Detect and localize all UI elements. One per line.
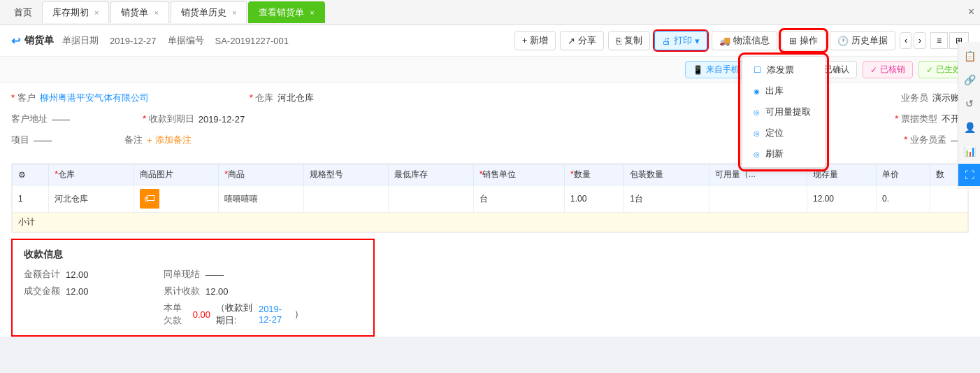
tab-close-icon[interactable]: × — [154, 8, 158, 17]
subtotal-row: 小计 — [13, 213, 968, 232]
cell-pack-qty: 1台 — [624, 185, 709, 213]
payment-date-field: 收款到期日 2019-12-27 — [143, 113, 245, 125]
outbound-label: 出库 — [765, 85, 784, 97]
col-spec: 规格型号 — [303, 164, 388, 185]
tab-close-icon[interactable]: × — [232, 8, 236, 17]
available-qty-item[interactable]: ◎ 可用量提取 — [742, 101, 825, 122]
salesperson-label: 业务员 — [901, 92, 928, 104]
sidebar-icon-user[interactable]: 👤 — [958, 116, 980, 139]
logistics-icon: 🚚 — [719, 36, 730, 46]
new-button[interactable]: + 新增 — [514, 31, 556, 50]
refresh-item[interactable]: ◎ 刷新 — [742, 143, 825, 164]
tab-close-icon[interactable]: × — [310, 8, 314, 17]
col-settings[interactable]: ⚙ — [13, 164, 49, 185]
col-warehouse: *仓库 — [49, 164, 134, 185]
customer-field: 客户 柳州粤港平安气体有限公司 — [11, 92, 149, 104]
sidebar-icon-document[interactable]: 📋 — [958, 45, 980, 67]
sidebar-icon-link[interactable]: 🔗 — [958, 69, 980, 91]
warehouse-label: 仓库 — [250, 92, 274, 104]
tab-bar: 首页 库存期初 × 销货单 × 销货单历史 × 查看销货单 × — [0, 0, 980, 25]
doc-header: ↩ 销货单 单据日期 2019-12-27 单据编号 SA-20191227-0… — [0, 25, 980, 57]
locate-label: 定位 — [765, 127, 784, 139]
copy-button[interactable]: ⎘ 复制 — [608, 31, 650, 50]
payment-info-title: 收款信息 — [24, 248, 362, 261]
doc-title-section: ↩ 销货单 — [11, 34, 54, 48]
customer-value[interactable]: 柳州粤港平安气体有限公司 — [40, 92, 149, 104]
radio-icon: ◎ — [754, 108, 760, 116]
transaction-label: 成交金额 — [24, 285, 60, 297]
payment-date-label: 收款到期日 — [143, 113, 194, 125]
col-price: 单价 — [877, 164, 930, 185]
locate-item[interactable]: ◎ 定位 — [742, 122, 825, 143]
salesperson2-label: 业务员孟 — [904, 134, 946, 146]
locate-icon: ◎ — [754, 129, 760, 137]
next-button[interactable]: › — [914, 32, 926, 49]
table-row: 1 河北仓库 🏷 嘻嘻嘻嘻 台 1.00 1台 12.00 0. — [13, 185, 968, 213]
cell-current-stock: 12.00 — [807, 185, 877, 213]
list-view-button[interactable]: ≡ — [930, 32, 948, 49]
operations-wrapper: ⊞ 操作 ☐ 添发票 ◉ 出库 ◎ 可用量提取 — [781, 31, 826, 50]
col-product-img: 商品图片 — [134, 164, 218, 185]
single-settlement-value: —— — [206, 269, 224, 280]
date-value: 2019-12-27 — [110, 36, 157, 46]
tab-home[interactable]: 首页 — [6, 2, 41, 23]
close-button[interactable]: × — [968, 6, 974, 18]
print-button[interactable]: 🖨 打印 ▾ — [654, 31, 707, 50]
cell-quantity: 1.00 — [564, 185, 624, 213]
logistics-button[interactable]: 🚚 物流信息 — [712, 31, 777, 50]
tab-close-icon[interactable]: × — [94, 8, 99, 17]
cell-product: 嘻嘻嘻嘻 — [219, 185, 303, 213]
cell-price: 0. — [877, 185, 930, 213]
tab-sales-history[interactable]: 销货单历史 × — [171, 1, 247, 23]
sold-icon: ✓ — [870, 65, 877, 75]
operations-button[interactable]: ⊞ 操作 — [781, 31, 826, 50]
tab-view-sales-order[interactable]: 查看销货单 × — [248, 1, 324, 23]
subtotal-label: 小计 — [13, 213, 968, 232]
cell-available — [709, 185, 807, 213]
cell-min-stock — [389, 185, 473, 213]
tab-sales-order[interactable]: 销货单 × — [110, 1, 168, 23]
print-icon: 🖨 — [662, 36, 671, 46]
add-note-text: 添加备注 — [155, 134, 192, 146]
warehouse-field: 仓库 河北仓库 — [250, 92, 315, 104]
address-field: 客户地址 —— — [11, 113, 70, 125]
outbound-item[interactable]: ◉ 出库 — [742, 80, 825, 101]
sidebar-icon-expand[interactable]: ⛶ — [958, 164, 980, 186]
warehouse-value: 河北仓库 — [278, 92, 314, 104]
sidebar-icon-refresh[interactable]: ↺ — [958, 92, 980, 115]
sidebar-icon-chart[interactable]: 📊 — [958, 140, 980, 162]
customer-label: 客户 — [11, 92, 36, 104]
refresh-label: 刷新 — [765, 148, 784, 160]
share-button[interactable]: ↗ 分享 — [560, 31, 604, 50]
history-button[interactable]: 🕐 历史单据 — [830, 31, 895, 50]
cell-index: 1 — [13, 185, 49, 213]
cell-warehouse: 河北仓库 — [49, 185, 134, 213]
ticket-type-label: 票据类型 — [895, 113, 937, 125]
prev-button[interactable]: ‹ — [900, 32, 912, 49]
project-value: —— — [34, 135, 52, 146]
history-icon: 🕐 — [837, 36, 849, 46]
col-product: *商品 — [219, 164, 303, 185]
toolbar: + 新增 ↗ 分享 ⎘ 复制 🖨 打印 ▾ 🚚 物流信息 ⊞ 操作 — [514, 31, 969, 50]
address-label: 客户地址 — [11, 113, 48, 125]
arrears-note-end: ） — [294, 308, 303, 321]
add-invoice-item[interactable]: ☐ 添发票 — [742, 59, 825, 80]
doc-icon: ↩ — [11, 34, 20, 48]
product-table-container: ⚙ *仓库 商品图片 *商品 规格型号 最低库存 *销售单位 *数量 包装数量 … — [11, 163, 969, 233]
doc-type-label: 销货单 — [24, 34, 54, 47]
arrears-item: 本单欠款 0.00 （收款到期日: 2019-12-27 ） — [164, 302, 303, 327]
col-min-stock: 最低库存 — [389, 164, 473, 185]
add-note-icon: + — [147, 135, 152, 146]
sold-button[interactable]: ✓ 已核销 — [863, 61, 913, 78]
add-note-button[interactable]: + 添加备注 — [147, 134, 192, 146]
tab-label: 销货单历史 — [181, 6, 226, 19]
payment-grid: 金额合计 12.00 同单现结 —— 成交金额 12.00 累计收款 12.00… — [24, 268, 362, 327]
from-phone-button[interactable]: 📱 来自手机 — [685, 61, 747, 78]
note-field: 备注 + 添加备注 — [124, 134, 192, 146]
cell-unit: 台 — [473, 185, 564, 213]
address-value: —— — [52, 114, 70, 125]
cumulative-value: 12.00 — [206, 286, 229, 297]
available-qty-label: 可用量提取 — [765, 106, 811, 118]
arrears-date: 2019-12-27 — [259, 304, 289, 325]
tab-inventory-init[interactable]: 库存期初 × — [42, 1, 109, 23]
